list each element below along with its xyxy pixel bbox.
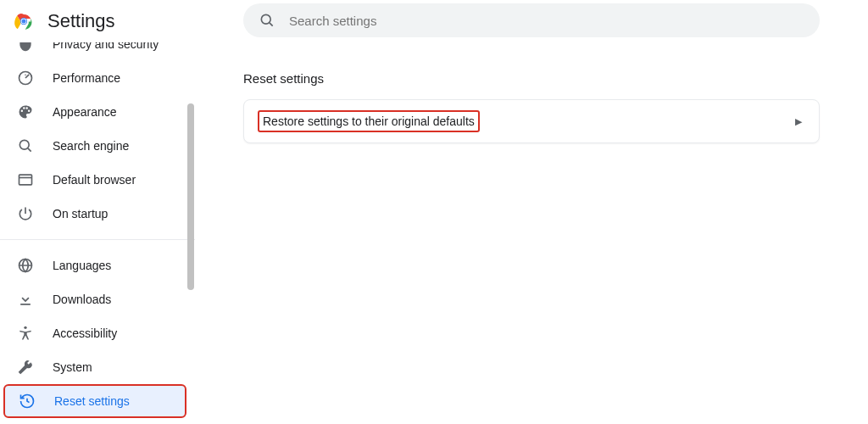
- chrome-logo-icon: [14, 11, 34, 31]
- svg-point-8: [24, 326, 26, 329]
- sidebar-item-performance[interactable]: Performance: [0, 61, 186, 95]
- sidebar-scrollbar-thumb[interactable]: [187, 103, 194, 290]
- search-icon: [17, 137, 34, 154]
- globe-icon: [17, 257, 34, 274]
- chevron-right-icon: ▶: [795, 116, 802, 127]
- restore-defaults-row[interactable]: Restore settings to their original defau…: [244, 100, 819, 142]
- search-bar[interactable]: [243, 3, 820, 37]
- sidebar-item-on-startup[interactable]: On startup: [0, 197, 186, 231]
- wrench-icon: [17, 359, 34, 376]
- sidebar-item-label: Downloads: [53, 293, 111, 306]
- sidebar-item-label: Accessibility: [53, 326, 117, 340]
- svg-point-5: [19, 140, 29, 149]
- sidebar-item-languages[interactable]: Languages: [0, 248, 186, 282]
- palette-icon: [17, 103, 34, 120]
- download-icon: [17, 291, 34, 308]
- section-title: Reset settings: [243, 71, 820, 86]
- svg-rect-6: [19, 175, 32, 185]
- sidebar-item-label: System: [53, 360, 92, 374]
- reset-settings-card: Restore settings to their original defau…: [243, 99, 820, 143]
- sidebar-item-accessibility[interactable]: Accessibility: [0, 316, 186, 350]
- speedometer-icon: [17, 70, 34, 86]
- accessibility-icon: [17, 325, 34, 342]
- sidebar-item-label: Search engine: [53, 139, 129, 153]
- sidebar-scrollbar[interactable]: [185, 42, 195, 409]
- sidebar: Privacy and security Performance Appeara…: [0, 42, 195, 424]
- sidebar-item-system[interactable]: System: [0, 350, 186, 384]
- sidebar-item-label: Appearance: [53, 105, 117, 119]
- sidebar-item-label: Privacy and security: [53, 42, 159, 51]
- sidebar-item-appearance[interactable]: Appearance: [0, 95, 186, 129]
- shield-icon: [17, 42, 34, 53]
- restore-defaults-highlight: Restore settings to their original defau…: [258, 110, 480, 132]
- sidebar-item-default-browser[interactable]: Default browser: [0, 163, 186, 197]
- sidebar-item-search-engine[interactable]: Search engine: [0, 129, 186, 163]
- sidebar-item-label: Reset settings: [54, 394, 130, 408]
- browser-window-icon: [17, 171, 34, 188]
- sidebar-item-label: Performance: [53, 71, 120, 85]
- sidebar-divider: [0, 239, 195, 240]
- restore-defaults-label: Restore settings to their original defau…: [263, 114, 475, 128]
- main-content: Reset settings Restore settings to their…: [195, 42, 868, 424]
- sidebar-item-privacy-security[interactable]: Privacy and security: [0, 42, 186, 61]
- sidebar-item-reset-settings[interactable]: Reset settings: [3, 384, 186, 418]
- search-input[interactable]: [289, 14, 804, 28]
- svg-point-3: [22, 20, 26, 24]
- restore-icon: [19, 393, 36, 410]
- sidebar-item-label: Default browser: [53, 173, 136, 187]
- power-icon: [17, 205, 34, 222]
- page-title: Settings: [47, 10, 115, 32]
- svg-point-9: [261, 14, 270, 24]
- sidebar-item-downloads[interactable]: Downloads: [0, 282, 186, 316]
- search-icon: [259, 12, 275, 29]
- sidebar-item-label: Languages: [53, 259, 111, 272]
- sidebar-item-label: On startup: [53, 207, 108, 220]
